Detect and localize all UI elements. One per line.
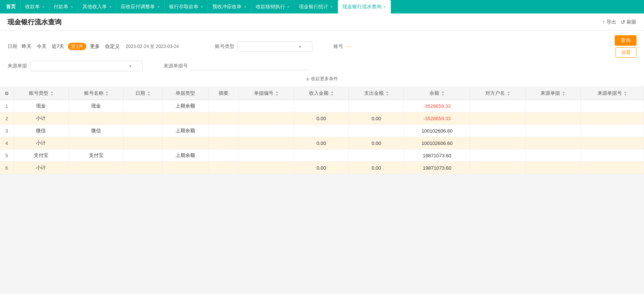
cell-doc-no (239, 100, 294, 112)
cell-balance: 19871073.60 (404, 162, 470, 174)
export-button[interactable]: ↑ 导出 (602, 19, 616, 25)
nav-collection-exec[interactable]: 收款核销执行 × (251, 0, 294, 13)
cell-source-doc (525, 125, 581, 137)
cell-source-doc-no (580, 112, 644, 125)
cell-account-type: 支付宝 (14, 149, 69, 162)
close-payment-tab[interactable]: × (71, 4, 73, 9)
close-collection-tab[interactable]: × (287, 4, 290, 9)
cell-no: 5 (0, 149, 14, 162)
col-balance[interactable]: 余额 ▲▼ (404, 87, 470, 100)
cell-source-doc (525, 100, 581, 112)
account-type-label: 账号类型 (215, 43, 234, 50)
cell-income (294, 100, 349, 112)
nav-prepay-offset[interactable]: 预收冲应收单 × (208, 0, 251, 13)
refresh-icon: ↺ (621, 19, 625, 25)
table-row: 4 小计 0.00 0.00 100102606.60 (0, 137, 644, 149)
col-expense[interactable]: 支出金额 ▲▼ (349, 87, 404, 100)
cell-summary (209, 100, 239, 112)
col-doc-type[interactable]: 单据类型 (162, 87, 209, 100)
close-prepay-tab[interactable]: × (244, 4, 246, 9)
source-doc-no-label: 来源单据号 (164, 63, 188, 69)
nav-home[interactable]: 首页 (2, 0, 21, 13)
col-summary[interactable]: 摘要 (209, 87, 239, 100)
cell-doc-type (162, 112, 209, 125)
collapse-bar[interactable]: ∧ 收起更多条件 (8, 74, 636, 84)
cell-counterparty (470, 125, 525, 137)
col-counterparty[interactable]: 对方户名 ▲▼ (470, 87, 525, 100)
nav-other-income[interactable]: 其他收入单 × (78, 0, 116, 13)
account-type-chevron: ▾ (299, 44, 302, 49)
close-receipt-tab[interactable]: × (42, 4, 44, 9)
sort-account-type: ▲▼ (50, 91, 53, 97)
close-bank-deposit-tab[interactable]: × (201, 4, 203, 9)
close-stats-tab[interactable]: × (330, 4, 333, 9)
nav-bank-deposit[interactable]: 银行存取款单 × (165, 0, 208, 13)
col-settings[interactable]: ⚙ (0, 87, 14, 100)
cell-account-name (69, 112, 124, 125)
settings-button[interactable]: 设置 (615, 47, 636, 58)
cell-balance: 19871073.60 (404, 149, 470, 162)
close-flow-tab[interactable]: × (384, 4, 386, 9)
account-filter-group: 账号 ··· (333, 43, 352, 50)
cell-counterparty (470, 162, 525, 174)
nav-cash-bank-flow[interactable]: 现金银行流水查询 × (338, 0, 391, 13)
cell-counterparty (470, 100, 525, 112)
col-source-doc[interactable]: 来源单据 ▲▼ (525, 87, 581, 100)
cell-no: 2 (0, 112, 14, 125)
shortcut-more[interactable]: 更多 (89, 43, 101, 50)
cell-account-name (69, 137, 124, 149)
table-row: 2 小计 0.00 0.00 -3528659.33 (0, 112, 644, 125)
cell-no: 6 (0, 162, 14, 174)
source-doc-no-input[interactable] (191, 62, 311, 70)
query-button[interactable]: 查询 (615, 35, 636, 46)
shortcut-custom[interactable]: 自定义 (104, 43, 121, 50)
nav-ar-ap-adjust[interactable]: 应收应付调整单 × (116, 0, 164, 13)
col-account-type[interactable]: 账号类型 ▲▼ (14, 87, 69, 100)
source-doc-select[interactable]: ▾ (30, 61, 143, 71)
cell-summary (209, 149, 239, 162)
cell-expense (349, 149, 404, 162)
cell-source-doc-no (580, 149, 644, 162)
close-ar-ap-tab[interactable]: × (157, 4, 159, 9)
shortcut-7days[interactable]: 近7天 (50, 43, 66, 50)
refresh-button[interactable]: ↺ 刷新 (621, 19, 636, 25)
nav-receipt[interactable]: 收款单 × (21, 0, 49, 13)
shortcut-1month[interactable]: 近1月 (68, 43, 86, 50)
sort-account-name: ▲▼ (105, 91, 108, 97)
cell-date (124, 149, 162, 162)
shortcut-yesterday[interactable]: 昨天 (20, 43, 33, 50)
collapse-icon: ∧ (306, 76, 309, 82)
table-row: 1 现金 现金 上期余额 -3528659.33 (0, 100, 644, 112)
shortcut-today[interactable]: 今天 (35, 43, 48, 50)
sort-date: ▲▼ (147, 91, 150, 97)
table-row: 5 支付宝 支付宝 上期余额 19871073.60 (0, 149, 644, 162)
cell-expense (349, 125, 404, 137)
account-type-select[interactable]: ▾ (237, 41, 312, 52)
nav-cash-bank-stats[interactable]: 现金银行统计 × (294, 0, 338, 13)
date-filter-group: 日期 昨天 今天 近7天 近1月 更多 自定义 2023-02-24 至 202… (8, 43, 179, 50)
col-income[interactable]: 收入金额 ▲▼ (294, 87, 349, 100)
header-actions: ↑ 导出 ↺ 刷新 (602, 19, 636, 25)
cell-no: 1 (0, 100, 14, 112)
close-other-income-tab[interactable]: × (109, 4, 111, 9)
col-source-doc-no[interactable]: 来源单据号 ▲▼ (580, 87, 644, 100)
cell-doc-type: 上期余额 (162, 125, 209, 137)
col-date[interactable]: 日期 ▲▼ (124, 87, 162, 100)
cell-balance: -3528659.33 (404, 100, 470, 112)
col-account-name[interactable]: 账号名称 ▲▼ (69, 87, 124, 100)
account-dots-button[interactable]: ··· (346, 43, 352, 50)
cell-income: 0.00 (294, 162, 349, 174)
table-body: 1 现金 现金 上期余额 -3528659.33 2 小计 0.00 0.00 … (0, 100, 644, 174)
nav-payment[interactable]: 付款单 × (49, 0, 78, 13)
cell-no: 4 (0, 137, 14, 149)
cell-summary (209, 137, 239, 149)
source-doc-filter-group: 来源单据 ▾ (8, 61, 143, 71)
account-type-filter-group: 账号类型 ▾ (215, 41, 312, 52)
top-navigation: 首页 收款单 × 付款单 × 其他收入单 × 应收应付调整单 × 银行存取款单 … (0, 0, 644, 13)
cell-balance: 100102606.60 (404, 137, 470, 149)
cell-doc-no (239, 137, 294, 149)
cell-source-doc-no (580, 162, 644, 174)
col-doc-no[interactable]: 单据编号 ▲▼ (239, 87, 294, 100)
cell-doc-type: 上期余额 (162, 149, 209, 162)
cell-source-doc (525, 162, 581, 174)
